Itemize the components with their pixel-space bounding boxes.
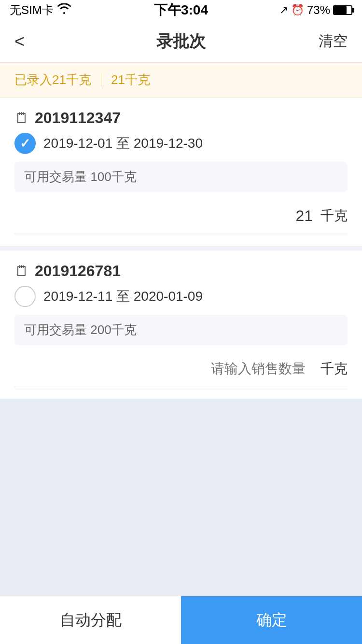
back-button[interactable]: < xyxy=(14,31,43,52)
carrier-label: 无SIM卡 xyxy=(10,2,54,18)
radio-unchecked-2[interactable] xyxy=(14,286,36,307)
wifi-icon xyxy=(57,3,71,17)
batch-date-row-1: 2019-12-01 至 2019-12-30 xyxy=(14,133,348,154)
status-bar: 无SIM卡 下午3:04 ↗ ⏰ 73% xyxy=(0,0,362,20)
available-label-2: 可用交易量 200千克 xyxy=(24,322,137,337)
battery-percent: 73% xyxy=(307,3,330,17)
quantity-unit-label-2: 千克 xyxy=(320,360,348,378)
alarm-icon: ⏰ xyxy=(291,4,304,16)
entered-label: 已录入21千克 xyxy=(14,71,91,88)
info-value: 21千克 xyxy=(111,71,150,88)
quantity-value-1: 21 xyxy=(295,207,313,225)
batch-date-row-2: 2019-12-11 至 2020-01-09 xyxy=(14,286,348,307)
status-left: 无SIM卡 xyxy=(10,2,71,18)
batch-icon-2: 🗒 xyxy=(14,263,29,280)
batch-header-1: 🗒 2019112347 xyxy=(14,109,348,127)
nav-bar: < 录批次 清空 xyxy=(0,20,362,63)
batch-icon-1: 🗒 xyxy=(14,110,29,126)
empty-area xyxy=(0,399,362,611)
quantity-unit-1: 千克 xyxy=(320,207,348,225)
info-divider xyxy=(101,73,101,87)
batch-header-2: 🗒 2019126781 xyxy=(14,262,348,280)
batch-number-1: 2019112347 xyxy=(35,109,121,127)
location-icon: ↗ xyxy=(279,4,288,16)
available-box-1: 可用交易量 100千克 xyxy=(14,162,348,192)
batch-date-1: 2019-12-01 至 2019-12-30 xyxy=(43,134,203,153)
batch-date-2: 2019-12-11 至 2020-01-09 xyxy=(43,287,203,306)
radio-checked-1[interactable] xyxy=(14,133,36,154)
quantity-row-1: 21 千克 xyxy=(14,202,348,234)
status-right: ↗ ⏰ 73% xyxy=(279,3,352,17)
bottom-bar: 自动分配 确定 xyxy=(0,596,362,644)
batch-item-1: 🗒 2019112347 2019-12-01 至 2019-12-30 可用交… xyxy=(0,98,362,246)
clear-button[interactable]: 清空 xyxy=(319,31,348,51)
page-title: 录批次 xyxy=(156,30,206,53)
available-label-1: 可用交易量 100千克 xyxy=(24,169,137,184)
quantity-input-2[interactable] xyxy=(14,361,313,377)
info-banner: 已录入21千克 21千克 xyxy=(0,63,362,98)
available-box-2: 可用交易量 200千克 xyxy=(14,315,348,345)
batch-item-2: 🗒 2019126781 2019-12-11 至 2020-01-09 可用交… xyxy=(0,246,362,399)
battery-fill xyxy=(334,6,347,14)
auto-distribute-button[interactable]: 自动分配 xyxy=(0,596,181,644)
quantity-input-row-2: 千克 xyxy=(14,355,348,387)
battery-icon xyxy=(333,5,352,15)
confirm-button[interactable]: 确定 xyxy=(181,596,362,644)
batch-number-2: 2019126781 xyxy=(35,262,121,280)
status-time: 下午3:04 xyxy=(154,1,208,19)
